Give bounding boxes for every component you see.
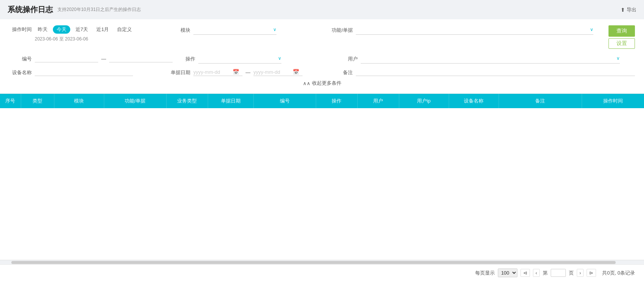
- device-label: 设备名称: [9, 69, 32, 76]
- scrollbar-thumb[interactable]: [11, 261, 616, 264]
- per-page-label: 每页显示: [475, 270, 495, 276]
- header-left: 系统操作日志 支持2020年10月31日之后产生的操作日志: [8, 5, 141, 15]
- col-type: 类型: [21, 94, 54, 108]
- next-page-button[interactable]: ›: [577, 269, 584, 277]
- export-label: 导出: [627, 6, 636, 13]
- user-filter: 用户 ∨: [331, 54, 635, 64]
- user-dropdown-icon[interactable]: ∨: [616, 56, 620, 61]
- user-select[interactable]: ∨: [361, 54, 620, 64]
- module-select[interactable]: ∨: [193, 25, 276, 35]
- number-label: 编号: [9, 56, 32, 62]
- collapse-label: 收起更多条件: [312, 80, 341, 87]
- calendar-to-icon[interactable]: 📅: [293, 69, 299, 75]
- time-btn-7days[interactable]: 近7天: [73, 26, 91, 33]
- module-filter: 模块 ∨: [168, 25, 326, 35]
- prev-page-button[interactable]: ‹: [533, 269, 540, 277]
- query-button[interactable]: 查询: [608, 25, 635, 37]
- number-input-from[interactable]: [35, 56, 98, 62]
- date-label: 单据日期: [168, 69, 190, 76]
- remark-label: 备注: [326, 69, 353, 76]
- current-page-input[interactable]: 1: [551, 269, 566, 277]
- col-user: 用户: [357, 94, 399, 108]
- settings-button[interactable]: 设置: [608, 38, 635, 49]
- device-input[interactable]: [35, 69, 133, 76]
- table-header-row: 序号 类型 模块 功能/单据 业务类型 单据日期 编号 操作 用户 用户ip 设…: [0, 94, 644, 108]
- function-value: [356, 25, 588, 34]
- operation-filter: 操作 ∨: [173, 54, 331, 64]
- operation-label: 操作: [173, 56, 195, 62]
- col-device: 设备名称: [449, 94, 499, 108]
- time-buttons: 昨天 今天 近7天 近1月 自定义: [35, 25, 135, 34]
- collapse-button[interactable]: ∧∧ 收起更多条件: [303, 80, 341, 87]
- empty-area: [0, 108, 644, 260]
- page-wrapper: 系统操作日志 支持2020年10月31日之后产生的操作日志 ⬆ 导出 操作时间 …: [0, 0, 644, 281]
- function-dropdown-icon[interactable]: ∨: [590, 27, 593, 32]
- operation-dropdown-icon[interactable]: ∨: [278, 56, 281, 61]
- module-label: 模块: [168, 27, 190, 34]
- number-dash: —: [101, 56, 106, 62]
- function-select[interactable]: ∨: [356, 25, 593, 35]
- time-range: 2023-06-06 至 2023-06-06: [35, 36, 135, 42]
- operation-value: [198, 54, 276, 62]
- action-buttons: 查询 设置: [608, 25, 635, 49]
- date-filter: 单据日期 📅 — 📅: [168, 69, 326, 76]
- date-from-wrapper: 📅: [193, 69, 242, 76]
- time-btn-custom[interactable]: 自定义: [114, 26, 135, 33]
- col-number: 编号: [253, 94, 316, 108]
- date-to-wrapper: 📅: [253, 69, 303, 76]
- collapse-icon: ∧∧: [303, 81, 310, 86]
- page-title: 系统操作日志: [8, 5, 53, 15]
- user-value: [361, 54, 615, 62]
- page-subtitle: 支持2020年10月31日之后产生的操作日志: [57, 6, 141, 13]
- export-icon: ⬆: [621, 7, 625, 13]
- date-from-input[interactable]: [193, 69, 231, 75]
- table-container: 序号 类型 模块 功能/单据 业务类型 单据日期 编号 操作 用户 用户ip 设…: [0, 94, 644, 108]
- col-date: 单据日期: [208, 94, 253, 108]
- remark-input[interactable]: [356, 69, 635, 76]
- device-filter: 设备名称: [9, 69, 168, 76]
- col-remark: 备注: [499, 94, 582, 108]
- export-button[interactable]: ⬆ 导出: [621, 6, 636, 13]
- time-btn-today[interactable]: 今天: [53, 25, 70, 34]
- function-filter: 功能/单据 ∨: [326, 25, 608, 35]
- page-label: 第: [543, 270, 548, 276]
- col-userip: 用户ip: [399, 94, 449, 108]
- user-label: 用户: [331, 56, 358, 62]
- col-module: 模块: [54, 94, 104, 108]
- date-to-input[interactable]: [253, 69, 291, 75]
- per-page-select[interactable]: 100 50 200: [498, 269, 517, 277]
- collapse-row: ∧∧ 收起更多条件: [9, 78, 635, 90]
- col-biztype: 业务类型: [166, 94, 208, 108]
- total-text: 共0页, 0条记录: [602, 270, 635, 276]
- time-btn-1month[interactable]: 近1月: [93, 26, 112, 33]
- operation-select[interactable]: ∨: [198, 54, 281, 64]
- filter-area: 操作时间 昨天 今天 近7天 近1月 自定义 2023-06-06 至 2023…: [0, 19, 644, 94]
- col-index: 序号: [0, 94, 21, 108]
- remark-filter: 备注: [326, 69, 635, 76]
- calendar-from-icon[interactable]: 📅: [233, 69, 239, 75]
- scrollbar-area[interactable]: [0, 260, 644, 264]
- first-page-button[interactable]: ⊲: [520, 269, 530, 277]
- col-optime: 操作时间: [582, 94, 644, 108]
- time-filter: 操作时间 昨天 今天 近7天 近1月 自定义 2023-06-06 至 2023…: [9, 25, 168, 42]
- last-page-button[interactable]: ⊳: [587, 269, 596, 277]
- table-header: 序号 类型 模块 功能/单据 业务类型 单据日期 编号 操作 用户 用户ip 设…: [0, 94, 644, 108]
- col-operation: 操作: [316, 94, 357, 108]
- module-dropdown-icon[interactable]: ∨: [273, 27, 276, 32]
- data-table: 序号 类型 模块 功能/单据 业务类型 单据日期 编号 操作 用户 用户ip 设…: [0, 94, 644, 108]
- pagination-bar: 每页显示 100 50 200 ⊲ ‹ 第 1 页 › ⊳ 共0页, 0条记录: [0, 264, 644, 281]
- time-filter-content: 昨天 今天 近7天 近1月 自定义 2023-06-06 至 2023-06-0…: [35, 25, 135, 42]
- main-content: 序号 类型 模块 功能/单据 业务类型 单据日期 编号 操作 用户 用户ip 设…: [0, 94, 644, 281]
- number-input-to[interactable]: [109, 56, 173, 62]
- function-label: 功能/单据: [326, 27, 353, 34]
- time-btn-yesterday[interactable]: 昨天: [35, 26, 51, 33]
- page-header: 系统操作日志 支持2020年10月31日之后产生的操作日志 ⬆ 导出: [0, 0, 644, 19]
- time-label: 操作时间: [9, 26, 32, 33]
- col-function: 功能/单据: [104, 94, 166, 108]
- date-dash: —: [246, 70, 250, 75]
- module-value: [193, 25, 272, 34]
- number-filter: 编号 —: [9, 56, 173, 62]
- page-unit: 页: [569, 270, 574, 276]
